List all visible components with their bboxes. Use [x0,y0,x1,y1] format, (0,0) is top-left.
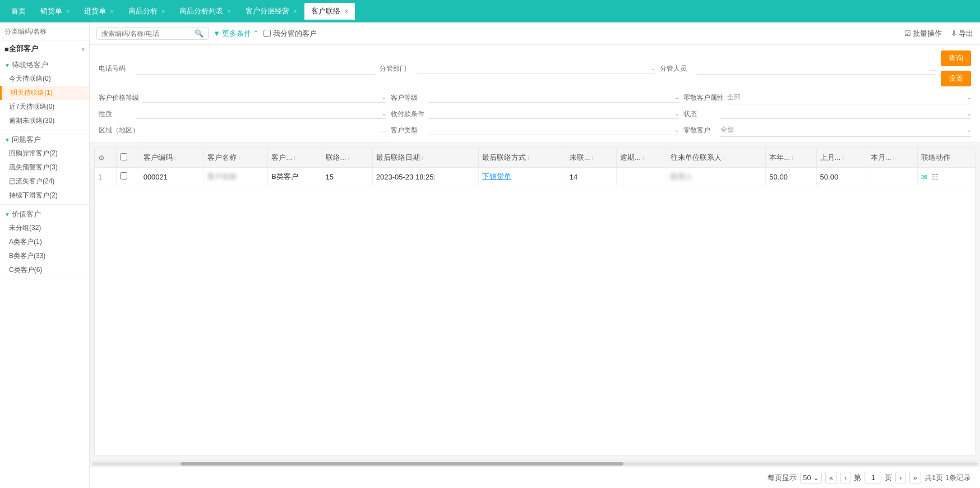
th-last-method-label: 最后联络方式 [482,153,526,163]
sidebar-item-明天待联络(1)[interactable]: 明天待联络(1) [0,86,89,100]
person-ellipsis[interactable]: … [697,63,936,75]
search-button-icon[interactable]: 🔍 [195,29,204,38]
select-all-checkbox[interactable] [120,153,127,160]
sidebar-group-问题客户[interactable]: ▼问题客户 [0,132,89,146]
th-contacts[interactable]: 联络...↕ [322,148,372,168]
th-last-date[interactable]: 最后联络日期↕ [372,148,478,168]
th-not-contacted[interactable]: 未联...↕ [566,148,616,168]
td-last-month: 50.00 [816,168,867,186]
sidebar-item-回购异常客户(2)[interactable]: 回购异常客户(2) [0,146,89,160]
sidebar-group-价值客户[interactable]: ▼价值客户 [0,206,89,221]
dept-filter: 分管部门 ⌄ [380,63,656,73]
sidebar-search-input[interactable] [4,27,89,35]
sidebar-group-待联络客户[interactable]: ▼待联络客户 [0,57,89,72]
row-checkbox[interactable] [120,172,127,179]
gear-icon[interactable]: ⚙ [98,154,105,162]
gender-caret: ⌄ [382,111,386,117]
contact-action-icon[interactable]: ✉ [921,173,927,181]
th-overdue-label: 逾期... [620,153,641,163]
horizontal-scrollbar[interactable] [90,460,980,467]
nav-item-商品分析[interactable]: 商品分析 × [122,3,172,20]
th-gear[interactable]: ⚙ [95,148,117,168]
export-button[interactable]: ⇩ 导出 [951,29,973,39]
close-tab-icon[interactable]: × [160,8,165,15]
all-customers-item[interactable]: ■ 全部客户 « [0,40,89,57]
th-name[interactable]: 客户名称↕ [204,148,267,168]
th-last-month[interactable]: 上月...↕ [816,148,867,168]
th-last-method[interactable]: 最后联络方式↕ [479,148,566,168]
gender-select[interactable]: ⌄ [136,109,386,119]
sidebar-item-A类客户(1)[interactable]: A类客户(1) [0,235,89,249]
th-this-year[interactable]: 本年...↕ [766,148,816,168]
close-tab-icon[interactable]: × [225,8,230,15]
td-contacts: 15 [322,168,372,186]
th-checkbox[interactable] [117,148,140,168]
nav-item-销货单[interactable]: 销货单 × [34,3,76,20]
search-input[interactable] [101,30,195,38]
td-num: 1 [95,168,117,186]
th-category[interactable]: 客户...↕ [268,148,322,168]
more-filter-button[interactable]: ▼ 更多条件 ⌃ [213,29,259,39]
page-number-input[interactable] [865,472,881,484]
sidebar-item-未分组(32)[interactable]: 未分组(32) [0,221,89,235]
my-customer-checkbox-wrap: 我分管的客户 [264,29,317,39]
th-last-month-label: 上月... [820,153,841,163]
phone-input[interactable] [136,63,375,75]
th-overdue[interactable]: 逾期...↕ [616,148,667,168]
row-number: 1 [98,173,102,181]
grid-action-icon[interactable]: ☷ [932,173,939,181]
th-contact-person[interactable]: 往来单位联系人↕ [667,148,766,168]
last-page-button[interactable]: » [909,472,921,484]
query-button[interactable]: 查询 [941,50,971,66]
first-page-button[interactable]: « [825,472,837,484]
dept-select[interactable]: ⌄ [417,63,656,73]
close-tab-icon[interactable]: × [292,8,297,15]
nav-item-客户分层经营[interactable]: 客户分层经营 × [239,3,303,20]
th-this-month[interactable]: 本月...↕ [867,148,917,168]
my-customer-label: 我分管的客户 [273,29,317,39]
sort-icon-last-month: ↕ [842,155,844,161]
last-method-link[interactable]: 下销货单 [482,172,511,181]
sidebar-item-近7天待联络(0)[interactable]: 近7天待联络(0) [0,100,89,114]
retail-select[interactable]: 全部 ⌄ [720,123,971,137]
sort-icon-this-year: ↕ [791,155,794,161]
scrollbar-thumb[interactable] [181,462,623,466]
batch-op-button[interactable]: ☑ 批量操作 [904,29,942,39]
status-select[interactable]: ⌄ [720,109,971,119]
page-label: 第 [854,473,861,483]
nav-item-进货单[interactable]: 进货单 × [77,3,120,20]
customer-grade-select[interactable]: ⌄ [428,93,678,103]
close-tab-icon[interactable]: × [108,8,113,15]
nav-item-首页[interactable]: 首页 [4,3,33,20]
region-ellipsis[interactable]: … [142,125,386,136]
sidebar-item-今天待联络(0)[interactable]: 今天待联络(0) [0,72,89,86]
per-page-select[interactable]: 50 ⌄ [800,472,821,484]
close-tab-icon[interactable]: × [343,8,348,15]
collapse-icon: « [81,45,85,52]
td-check[interactable] [117,168,140,186]
close-tab-icon[interactable]: × [64,8,70,15]
scrollbar-track[interactable] [92,462,978,466]
nav-item-商品分析列表[interactable]: 商品分析列表 × [173,3,237,20]
next-page-button[interactable]: › [895,472,905,484]
th-code[interactable]: 客户编码↕ [140,148,204,168]
prev-page-button[interactable]: ‹ [840,472,850,484]
customer-table: ⚙ 客户编码↕ 客户名称↕ 客户...↕ 联络...↕ 最后联络日期↕ 最后联络… [95,148,975,186]
value-grade-select[interactable]: ⌄ [142,93,386,103]
sidebar-item-B类客户(33)[interactable]: B类客户(33) [0,249,89,263]
sidebar: 🔍 ■ 全部客户 « ▼待联络客户今天待联络(0)明天待联络(1)近7天待联络(… [0,22,90,488]
payment-select[interactable]: ⌄ [428,109,678,119]
td-last-method[interactable]: 下销货单 [479,168,566,186]
sidebar-item-C类客户(6)[interactable]: C类客户(6) [0,263,89,277]
retail-attr-select[interactable]: 全部 ⌄ [727,91,971,104]
my-customer-checkbox[interactable] [264,30,271,37]
nav-item-客户联络[interactable]: 客户联络 × [304,3,354,20]
sidebar-item-持续下滑客户(2)[interactable]: 持续下滑客户(2) [0,188,89,202]
filter-row-4: 区域（地区） … 客户类型 ⌄ 零散客户 全部 [99,123,971,137]
sidebar-item-已流失客户(24)[interactable]: 已流失客户(24) [0,174,89,188]
customer-type-select[interactable]: ⌄ [428,125,678,135]
sidebar-item-流失预警客户(3)[interactable]: 流失预警客户(3) [0,160,89,174]
sidebar-item-逾期未联络(30)[interactable]: 逾期未联络(30) [0,114,89,128]
customer-grade-filter: 客户等级 ⌄ [391,93,678,103]
set-button[interactable]: 设置 [941,71,971,86]
